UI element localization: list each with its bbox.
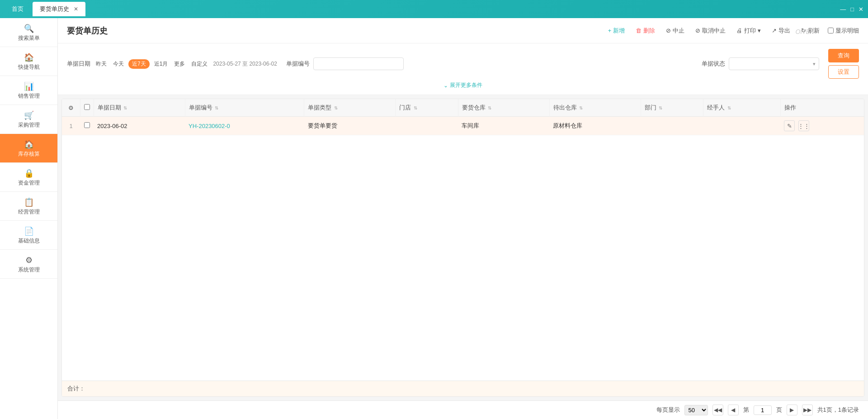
stop-button[interactable]: ⊘ 中止 xyxy=(663,25,687,37)
last1month-btn[interactable]: 近1月 xyxy=(152,59,170,69)
refresh-button[interactable]: ↻ 刷新 xyxy=(798,25,822,37)
row-num: 1 xyxy=(62,117,80,135)
sales-icon: 📊 xyxy=(24,82,34,90)
col-action: 操作 xyxy=(780,99,864,117)
more-btn[interactable]: 更多 xyxy=(172,59,187,69)
maximize-icon[interactable]: □ xyxy=(850,6,854,13)
page-header: 要货单历史 + 新增 🗑 删除 ⊘ 中止 ⊘ 取消中止 🖨 打印 xyxy=(58,18,868,43)
minimize-icon[interactable]: — xyxy=(840,6,846,13)
page-number-input[interactable] xyxy=(754,405,772,415)
date-filter-group: 单据日期 昨天 今天 近7天 近1月 更多 自定义 2023-05-27 至 2… xyxy=(67,59,277,69)
row-number: YH-20230602-0 xyxy=(185,117,304,135)
row-handler xyxy=(703,117,780,135)
store-sort-icon[interactable]: ⇅ xyxy=(414,105,417,110)
number-sort-icon[interactable]: ⇅ xyxy=(215,105,218,110)
doc-number-input[interactable] xyxy=(313,57,404,70)
sidebar-item-basic[interactable]: 📄 基础信息 xyxy=(0,221,57,250)
content-area: 要货单历史 + 新增 🗑 删除 ⊘ 中止 ⊘ 取消中止 🖨 打印 xyxy=(58,18,868,419)
last7days-btn[interactable]: 近7天 xyxy=(128,59,150,69)
delete-button[interactable]: 🗑 删除 xyxy=(633,25,658,37)
refresh-label: 刷新 xyxy=(808,27,820,35)
handler-sort-icon[interactable]: ⇅ xyxy=(727,105,731,110)
req-warehouse-sort-icon[interactable]: ⇅ xyxy=(488,105,491,110)
sidebar-item-inventory[interactable]: 🏠 库存核算 xyxy=(0,134,57,163)
print-dropdown-icon: ▾ xyxy=(758,27,761,34)
purchase-icon: 🛒 xyxy=(24,111,34,119)
expand-more-row[interactable]: ⌄ 展开更多条件 xyxy=(67,81,859,89)
close-icon[interactable]: ✕ xyxy=(859,6,863,13)
col-handler-label: 经手人 xyxy=(707,104,725,111)
display-detail-text: 显示明细 xyxy=(835,27,859,35)
col-type: 单据类型 ⇅ xyxy=(304,99,396,117)
sidebar-item-operations[interactable]: 📋 经营管理 xyxy=(0,192,57,221)
new-button[interactable]: + 新增 xyxy=(605,25,627,37)
table-body: 1 2023-06-02 YH-20230602-0 要货单要货 车间库 xyxy=(62,117,864,135)
prev-page-btn[interactable]: ◀ xyxy=(728,405,739,415)
page-size-label: 每页显示 xyxy=(656,406,680,414)
status-label: 单据状态 xyxy=(702,60,725,68)
select-all-checkbox[interactable] xyxy=(84,104,90,110)
page-size-select[interactable]: 20 50 100 xyxy=(684,405,708,415)
print-button[interactable]: 🖨 打印 ▾ xyxy=(734,25,764,37)
date-sort-icon[interactable]: ⇅ xyxy=(123,105,127,110)
pending-warehouse-sort-icon[interactable]: ⇅ xyxy=(579,105,583,110)
col-dept-label: 部门 xyxy=(645,104,656,111)
row-more-icon[interactable]: ⋮⋮ xyxy=(798,120,809,131)
sidebar-item-sales-label: 销售管理 xyxy=(18,92,40,100)
table-header-row: ⚙ 单据日期 ⇅ 单据编号 ⇅ xyxy=(62,99,864,117)
date-range-display: 2023-05-27 至 2023-06-02 xyxy=(213,60,277,68)
next-page-btn[interactable]: ▶ xyxy=(787,405,797,415)
dept-sort-icon[interactable]: ⇅ xyxy=(659,105,662,110)
sidebar-item-search[interactable]: 🔍 搜索菜单 xyxy=(0,18,57,47)
yesterday-btn[interactable]: 昨天 xyxy=(94,59,108,69)
sidebar-item-purchase[interactable]: 🛒 采购管理 xyxy=(0,105,57,134)
row-pending-warehouse: 原材料仓库 xyxy=(549,117,641,135)
refresh-icon: ↻ xyxy=(801,27,806,34)
filter-row-1: 单据日期 昨天 今天 近7天 近1月 更多 自定义 2023-05-27 至 2… xyxy=(67,49,859,79)
finance-icon: 🔒 xyxy=(24,169,34,177)
last-page-btn[interactable]: ▶▶ xyxy=(802,405,813,415)
column-settings-icon[interactable]: ⚙ xyxy=(68,105,74,111)
tab-home[interactable]: 首页 xyxy=(5,2,31,16)
row-checkbox[interactable] xyxy=(84,122,90,128)
col-pending-warehouse: 待出仓库 ⇅ xyxy=(549,99,641,117)
type-sort-icon[interactable]: ⇅ xyxy=(334,105,338,110)
pagination-bar: 每页显示 20 50 100 ◀◀ ◀ 第 页 ▶ ▶▶ 共1页，1条记录 xyxy=(58,400,868,419)
sidebar-item-quicknav[interactable]: 🏠 快捷导航 xyxy=(0,47,57,76)
sidebar-item-quicknav-label: 快捷导航 xyxy=(18,63,40,71)
col-number-label: 单据编号 xyxy=(189,104,212,111)
cancel-stop-button[interactable]: ⊘ 取消中止 xyxy=(693,25,728,37)
expand-more-label: 展开更多条件 xyxy=(450,81,482,89)
today-btn[interactable]: 今天 xyxy=(111,59,126,69)
data-table: ⚙ 单据日期 ⇅ 单据编号 ⇅ xyxy=(62,99,864,135)
sidebar-item-search-label: 搜索菜单 xyxy=(18,34,40,42)
settings-button[interactable]: 设置 xyxy=(828,65,859,79)
stop-label: 中止 xyxy=(673,27,684,35)
query-button[interactable]: 查询 xyxy=(828,49,859,62)
cancel-stop-label: 取消中止 xyxy=(702,27,726,35)
col-action-label: 操作 xyxy=(784,104,796,111)
sidebar-item-sales[interactable]: 📊 销售管理 xyxy=(0,76,57,105)
custom-btn[interactable]: 自定义 xyxy=(189,59,209,69)
col-store-label: 门店 xyxy=(399,104,411,111)
col-number: 单据编号 ⇅ xyxy=(185,99,304,117)
first-page-btn[interactable]: ◀◀ xyxy=(712,405,723,415)
row-number-link[interactable]: YH-20230602-0 xyxy=(189,123,230,129)
display-detail-checkbox[interactable] xyxy=(828,28,834,33)
display-detail-label: 显示明细 xyxy=(828,27,859,35)
row-edit-icon[interactable]: ✎ xyxy=(784,120,795,131)
print-icon: 🖨 xyxy=(736,27,742,34)
export-button[interactable]: ↗ 导出 xyxy=(769,25,793,37)
action-buttons-group: 查询 设置 xyxy=(828,49,859,79)
system-icon: ⚙ xyxy=(25,256,33,264)
sidebar-item-finance[interactable]: 🔒 资金管理 xyxy=(0,163,57,192)
tab-requisition-history[interactable]: 要货单历史 ✕ xyxy=(33,2,85,16)
row-action-cell: ✎ ⋮⋮ xyxy=(780,117,864,135)
col-settings: ⚙ xyxy=(62,99,80,117)
row-date: 2023-06-02 xyxy=(94,117,185,135)
status-select[interactable] xyxy=(729,57,819,70)
tab-close-icon[interactable]: ✕ xyxy=(74,6,78,12)
sidebar-item-system[interactable]: ⚙ 系统管理 xyxy=(0,250,57,279)
row-type: 要货单要货 xyxy=(304,117,396,135)
table-scroll: ⚙ 单据日期 ⇅ 单据编号 ⇅ xyxy=(62,99,864,381)
